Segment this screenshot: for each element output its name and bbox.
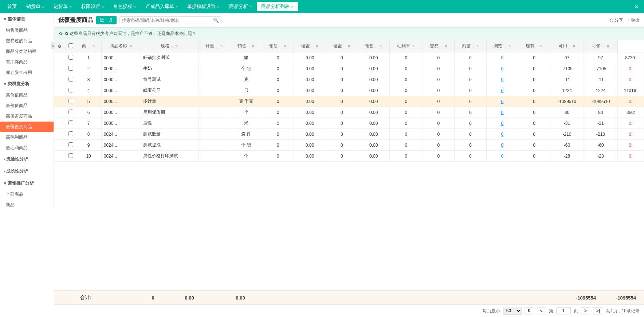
nav-close-product-analysis-list[interactable]: × bbox=[291, 4, 293, 9]
cell-checkbox[interactable] bbox=[66, 52, 76, 63]
row-checkbox[interactable] bbox=[68, 142, 73, 147]
cell-saleable: 360: bbox=[617, 107, 644, 118]
cell-browse1[interactable]: 0 bbox=[486, 118, 518, 129]
sidebar-item-sales-goods[interactable]: 销售类商品 bbox=[0, 25, 54, 36]
cell-browse1[interactable]: 0 bbox=[486, 140, 518, 151]
per-page-select[interactable]: 50 100 200 bbox=[503, 307, 522, 315]
cell-checkbox[interactable] bbox=[66, 85, 76, 96]
export-button[interactable]: ↑ 导出 bbox=[628, 17, 640, 23]
cell-checkbox[interactable] bbox=[66, 151, 76, 162]
cell-spec bbox=[198, 96, 230, 107]
nav-close-product-storage[interactable]: × bbox=[176, 4, 178, 9]
select-all-checkbox[interactable] bbox=[68, 43, 73, 48]
sidebar-section-marketing[interactable]: ∨ 营销推广分析 bbox=[0, 177, 54, 189]
nav-item-product-analysis[interactable]: 商品分析 × bbox=[225, 2, 256, 11]
browse-link[interactable]: 0 bbox=[501, 143, 504, 148]
sidebar-item-high-coverage[interactable]: 高覆盖度商品 bbox=[0, 111, 54, 122]
next-page-button[interactable]: > bbox=[581, 307, 590, 314]
sidebar-section-overall[interactable]: ∨ 整体信息 bbox=[0, 13, 54, 25]
sidebar-item-new-goods[interactable]: 新品 bbox=[0, 200, 54, 210]
nav-close-product-analysis[interactable]: × bbox=[250, 4, 252, 9]
browse-link[interactable]: 0 bbox=[501, 66, 504, 71]
nav-close-role[interactable]: × bbox=[134, 4, 136, 9]
prev-page-button[interactable]: < bbox=[537, 307, 546, 314]
cell-current-stock: -28 bbox=[550, 151, 584, 162]
cell-browse1[interactable]: 0 bbox=[486, 107, 518, 118]
sidebar-item-high-value[interactable]: 高价值商品 bbox=[0, 90, 54, 100]
last-page-button[interactable]: >| bbox=[593, 307, 603, 314]
close-all-tabs[interactable]: × bbox=[632, 2, 641, 11]
cell-checkbox[interactable] bbox=[66, 118, 76, 129]
current-page-input[interactable] bbox=[556, 307, 571, 314]
page-title: 低覆盖度商品 bbox=[58, 16, 93, 24]
sidebar-item-stock-capital[interactable]: 库存资金占用 bbox=[0, 67, 54, 78]
cell-coverage1: 0 bbox=[326, 52, 358, 63]
sidebar-item-low-coverage[interactable]: 低覆盖度商品 bbox=[0, 122, 54, 132]
sidebar-item-category-sales-rate[interactable]: 商品分类动销率 bbox=[0, 46, 54, 57]
cell-browse1[interactable]: 0 bbox=[486, 63, 518, 74]
sidebar-section-flow[interactable]: › 流通性分析 bbox=[0, 153, 54, 165]
cell-browse1[interactable]: 0 bbox=[486, 96, 518, 107]
sidebar-item-all-goods[interactable]: 全部商品 bbox=[0, 189, 54, 200]
browse-link[interactable]: 0 bbox=[501, 132, 504, 137]
cell-name: 测试数量 bbox=[141, 129, 198, 140]
browse-link[interactable]: 0 bbox=[501, 121, 504, 126]
cell-browse1[interactable]: 0 bbox=[486, 85, 518, 96]
sidebar-section-growth[interactable]: › 成长性分析 bbox=[0, 165, 54, 177]
cell-settings bbox=[54, 129, 66, 140]
nav-item-purchase[interactable]: 进货单 × bbox=[49, 2, 76, 11]
row-checkbox[interactable] bbox=[68, 131, 73, 136]
cell-transaction: 0 bbox=[455, 85, 487, 96]
nav-item-template[interactable]: 单据模板设置 × bbox=[183, 2, 224, 11]
browse-link[interactable]: 0 bbox=[501, 77, 504, 82]
cell-browse1[interactable]: 0 bbox=[486, 74, 518, 85]
cell-checkbox[interactable] bbox=[66, 129, 76, 140]
search-icon[interactable]: 🔍 bbox=[213, 17, 219, 23]
nav-item-product-storage[interactable]: 产成品入库单 × bbox=[141, 2, 182, 11]
sidebar-collapse-button[interactable]: « bbox=[51, 42, 55, 49]
sidebar-item-low-value[interactable]: 低价值商品 bbox=[0, 100, 54, 111]
row-checkbox[interactable] bbox=[68, 77, 73, 82]
nav-close-sales[interactable]: × bbox=[42, 4, 44, 9]
col-settings[interactable]: ⚙ bbox=[54, 40, 66, 52]
sidebar-item-stock-goods[interactable]: 有库存商品 bbox=[0, 57, 54, 67]
sidebar-item-high-margin[interactable]: 高毛利商品 bbox=[0, 132, 54, 143]
share-button[interactable]: ⬡ 分享 bbox=[610, 17, 623, 23]
nav-item-permission[interactable]: 权限设置 × bbox=[77, 2, 108, 11]
row-checkbox[interactable] bbox=[68, 110, 73, 114]
nav-item-product-analysis-list[interactable]: 商品分析列表 × bbox=[257, 2, 298, 11]
nav-close-template[interactable]: × bbox=[217, 4, 219, 9]
row-checkbox[interactable] bbox=[68, 153, 73, 158]
row-checkbox[interactable] bbox=[68, 66, 73, 71]
sidebar-item-traded-goods[interactable]: 交易过的商品 bbox=[0, 36, 54, 46]
browse-link[interactable]: 0 bbox=[501, 99, 504, 104]
cell-checkbox[interactable] bbox=[66, 74, 76, 85]
nav-item-sales[interactable]: 销货单 × bbox=[22, 2, 48, 11]
cell-browse1[interactable]: 0 bbox=[486, 52, 518, 63]
nav-close-purchase[interactable]: × bbox=[69, 4, 71, 9]
browse-link[interactable]: 0 bbox=[501, 154, 504, 159]
cell-checkbox[interactable] bbox=[66, 107, 76, 118]
sidebar-section-cluster[interactable]: ∨ 类群度分析 bbox=[0, 78, 54, 90]
cell-browse1[interactable]: 0 bbox=[486, 151, 518, 162]
nav-close-permission[interactable]: × bbox=[102, 4, 104, 9]
col-checkbox[interactable] bbox=[66, 40, 76, 52]
row-checkbox[interactable] bbox=[68, 88, 73, 92]
row-checkbox[interactable] bbox=[68, 55, 73, 60]
sidebar-item-low-margin[interactable]: 低毛利商品 bbox=[0, 143, 54, 153]
cell-checkbox[interactable] bbox=[66, 63, 76, 74]
nav-item-role[interactable]: 角色授权 × bbox=[109, 2, 140, 11]
row-checkbox[interactable] bbox=[68, 99, 73, 103]
cell-checkbox[interactable] bbox=[66, 140, 76, 151]
search-input[interactable] bbox=[122, 18, 213, 23]
browse-link[interactable]: 0 bbox=[501, 88, 504, 93]
browse-link[interactable]: 0 bbox=[501, 55, 504, 60]
cell-checkbox[interactable] bbox=[66, 96, 76, 107]
cell-current-stock: -31 bbox=[550, 118, 584, 129]
browse-link[interactable]: 0 bbox=[501, 110, 504, 115]
time-filter-button[interactable]: 近一月 bbox=[96, 16, 117, 24]
cell-browse1[interactable]: 0 bbox=[486, 129, 518, 140]
nav-item-home[interactable]: 首页 bbox=[3, 2, 21, 11]
first-page-button[interactable]: K bbox=[525, 307, 534, 314]
row-checkbox[interactable] bbox=[68, 120, 73, 125]
